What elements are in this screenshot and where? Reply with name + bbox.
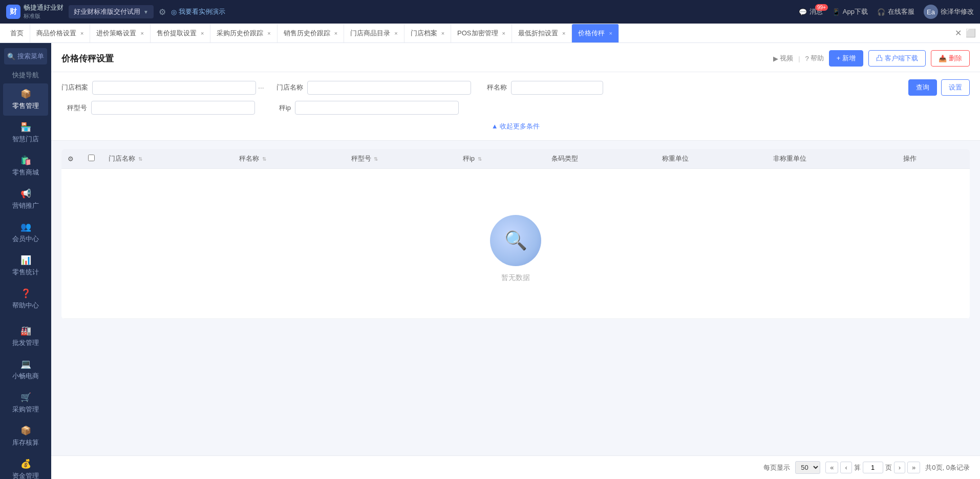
ecom-icon: 💻 (20, 359, 31, 369)
th-operations: 操作 (897, 149, 970, 169)
table-header-row: ⚙ 门店名称 ⇅ 秤名称 ⇅ 秤型号 (61, 149, 970, 169)
collapse-more-button[interactable]: ▲ 收起更多条件 (61, 120, 970, 133)
settings-button[interactable]: ⚙ (159, 7, 166, 17)
th-scale-name: 秤名称 ⇅ (233, 149, 345, 169)
close-icon[interactable]: × (609, 30, 612, 36)
form-row-1: 门店档案 ··· 门店名称 秤名称 查询 (61, 79, 970, 96)
sort-icon[interactable]: ⇅ (374, 156, 378, 162)
scale-ip-input[interactable] (295, 101, 459, 115)
add-button[interactable]: + 新增 (829, 50, 863, 67)
tab-store-archive[interactable]: 门店档案 × (404, 24, 451, 42)
delete-button[interactable]: 📥 删除 (931, 50, 970, 67)
tab-pos-management[interactable]: POS加密管理 × (451, 24, 512, 42)
select-all-checkbox[interactable] (88, 155, 95, 161)
scale-model-input[interactable] (91, 101, 255, 115)
tab-commodity-price[interactable]: 商品价格设置 × (30, 24, 90, 42)
store-archive-dots-button[interactable]: ··· (256, 83, 266, 92)
close-icon[interactable]: × (502, 30, 505, 36)
close-icon[interactable]: × (201, 30, 204, 36)
sidebar-item-retail-stats[interactable]: 📊 零售统计 (3, 250, 48, 282)
store-name-label: 门店名称 (276, 83, 303, 92)
sidebar-search-button[interactable]: 🔍 搜索菜单 (4, 48, 47, 64)
messages-badge: 99+ (815, 4, 828, 11)
download-icon: 📱 (832, 8, 840, 16)
tab-sale-history[interactable]: 销售历史价跟踪 × (278, 24, 344, 42)
avatar: Ea (924, 5, 938, 19)
video-help-link[interactable]: ▶ 视频 (773, 54, 793, 63)
eye-icon: ◎ (171, 8, 177, 16)
user-name: 徐泽华修改 (941, 7, 974, 16)
sidebar-item-help[interactable]: ❓ 帮助中心 (3, 283, 48, 315)
sidebar-quick-nav[interactable]: 快捷导航 (0, 68, 51, 83)
download-client-button[interactable]: 凸 客户端下载 (868, 50, 926, 67)
table-container: ⚙ 门店名称 ⇅ 秤名称 ⇅ 秤型号 (51, 141, 980, 455)
tab-store-catalog[interactable]: 门店商品目录 × (344, 24, 404, 42)
help-link[interactable]: ? 帮助 (805, 54, 824, 63)
close-icon[interactable]: × (394, 30, 397, 36)
query-button[interactable]: 查询 (908, 79, 937, 96)
th-weight-unit: 称重单位 (656, 149, 767, 169)
close-window-icon[interactable]: ✕ (955, 28, 962, 38)
app-selector[interactable]: 好业财标准版交付试用 ▼ (69, 5, 154, 18)
form-row-2: 秤型号 秤ip (61, 101, 970, 115)
sort-icon[interactable]: ⇅ (138, 156, 142, 162)
sidebar-item-purchase[interactable]: 🛒 采购管理 (3, 387, 48, 419)
scale-name-label: 秤名称 (481, 83, 507, 92)
sidebar-item-wholesale[interactable]: 🏭 批发管理 (3, 320, 48, 353)
tab-purchase-strategy[interactable]: 进价策略设置 × (90, 24, 150, 42)
empty-state-row: 暂无数据 (61, 169, 970, 319)
sidebar-item-inventory[interactable]: 📦 库存核算 (3, 420, 48, 452)
per-page-select[interactable]: 50 (795, 461, 820, 474)
scale-ip-field: 秤ip (265, 101, 459, 115)
empty-illustration (490, 215, 541, 266)
sidebar-item-retail-shop[interactable]: 🛍️ 零售商城 (3, 150, 48, 182)
th-store-name: 门店名称 ⇅ (102, 149, 233, 169)
sidebar-item-member[interactable]: 👥 会员中心 (3, 216, 48, 249)
th-barcode-type: 条码类型 (545, 149, 656, 169)
retail-mgmt-icon: 📦 (20, 89, 31, 99)
tab-min-discount[interactable]: 最低折扣设置 × (512, 24, 572, 42)
th-settings[interactable]: ⚙ (61, 149, 82, 169)
sidebar-item-smart-store[interactable]: 🏪 智慧门店 (3, 117, 48, 149)
prev-page-button[interactable]: ‹ (840, 462, 851, 473)
maximize-window-icon[interactable]: ⬜ (966, 28, 976, 38)
tab-bar: 首页 商品价格设置 × 进价策略设置 × 售价提取设置 × 采购历史价跟踪 × … (0, 24, 980, 43)
sidebar-item-finance[interactable]: 💰 资金管理 (3, 453, 48, 479)
store-archive-input[interactable] (92, 81, 256, 95)
main-layout: 🔍 搜索菜单 快捷导航 📦 零售管理 🏪 智慧门店 🛍️ 零售商城 📢 营销推广… (0, 43, 980, 479)
sidebar-item-marketing[interactable]: 📢 营销推广 (3, 183, 48, 215)
close-icon[interactable]: × (334, 30, 337, 36)
first-page-button[interactable]: « (825, 462, 838, 473)
online-service-button[interactable]: 🎧 在线客服 (877, 7, 914, 16)
scale-ip-label: 秤ip (265, 103, 291, 113)
tab-home[interactable]: 首页 (4, 24, 30, 42)
table-body: 暂无数据 (61, 169, 970, 319)
sort-icon[interactable]: ⇅ (262, 156, 266, 162)
app-download-button[interactable]: 📱 App下载 (832, 7, 868, 16)
close-icon[interactable]: × (80, 30, 83, 36)
store-name-input[interactable] (307, 81, 471, 95)
messages-button[interactable]: 💬 消息 99+ (799, 7, 823, 16)
sidebar-item-ecom[interactable]: 💻 小畅电商 (3, 354, 48, 386)
close-icon[interactable]: × (562, 30, 565, 36)
demo-link[interactable]: ◎ 我要看实例演示 (171, 7, 225, 16)
sidebar-item-retail-mgmt[interactable]: 📦 零售管理 (3, 83, 48, 116)
tab-sale-price[interactable]: 售价提取设置 × (151, 24, 210, 42)
close-icon[interactable]: × (441, 30, 444, 36)
th-checkbox[interactable] (82, 149, 102, 169)
smart-store-icon: 🏪 (20, 122, 31, 133)
per-page-label: 每页显示 (763, 463, 790, 472)
settings-form-button[interactable]: 设置 (941, 79, 970, 96)
logo-area: 财 畅捷通好业财 标准版 (6, 4, 63, 19)
scale-name-input[interactable] (511, 81, 603, 95)
tab-purchase-history[interactable]: 采购历史价跟踪 × (210, 24, 277, 42)
page-number-input[interactable] (863, 462, 883, 473)
next-page-button[interactable]: › (894, 462, 905, 473)
sort-icon[interactable]: ⇅ (478, 156, 482, 162)
last-page-button[interactable]: » (907, 462, 920, 473)
close-icon[interactable]: × (267, 30, 270, 36)
close-icon[interactable]: × (140, 30, 143, 36)
tab-price-scale[interactable]: 价格传秤 × (572, 24, 619, 42)
user-profile[interactable]: Ea 徐泽华修改 (924, 5, 974, 19)
pagination-bar: 每页显示 50 « ‹ 算 页 › » 共0页, 0条记录 (51, 455, 980, 479)
